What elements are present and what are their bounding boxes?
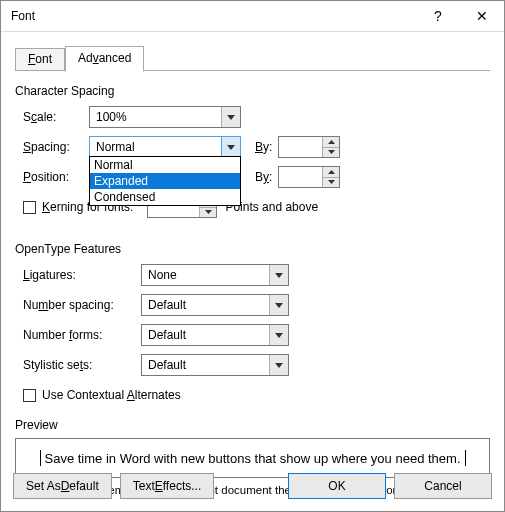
chevron-down-icon xyxy=(269,355,288,375)
group-title-preview: Preview xyxy=(15,418,490,432)
contextual-alternates-checkbox[interactable] xyxy=(23,389,36,402)
chevron-down-icon[interactable] xyxy=(323,178,339,188)
dialog-title: Font xyxy=(11,9,416,23)
chevron-down-icon xyxy=(221,107,240,127)
group-opentype: OpenType Features Ligatures: None Number… xyxy=(15,242,490,408)
position-label: Position: xyxy=(23,170,89,184)
chevron-up-icon[interactable] xyxy=(323,137,339,148)
stylistic-sets-label: Stylistic sets: xyxy=(23,358,141,372)
group-title-character-spacing: Character Spacing xyxy=(15,84,490,98)
spacing-combo[interactable]: Normal xyxy=(89,136,241,158)
chevron-down-icon xyxy=(269,295,288,315)
stylistic-sets-combo[interactable]: Default xyxy=(141,354,289,376)
set-default-button[interactable]: Set As Default xyxy=(13,473,112,499)
spacing-label: Spacing: xyxy=(23,140,89,154)
ligatures-value: None xyxy=(142,268,269,282)
ligatures-combo[interactable]: None xyxy=(141,264,289,286)
number-spacing-value: Default xyxy=(142,298,269,312)
chevron-down-icon xyxy=(269,325,288,345)
number-forms-label: Number forms: xyxy=(23,328,141,342)
spacing-value: Normal xyxy=(90,140,221,154)
scale-value: 100% xyxy=(90,110,221,124)
spinner-arrows xyxy=(322,137,339,157)
stylistic-sets-value: Default xyxy=(142,358,269,372)
ok-button[interactable]: OK xyxy=(288,473,386,499)
text-effects-button[interactable]: Text Effects... xyxy=(120,473,215,499)
chevron-down-icon xyxy=(269,265,288,285)
contextual-alternates-label: Use Contextual Alternates xyxy=(42,388,181,402)
help-icon: ? xyxy=(434,8,442,24)
spacing-by-spinner[interactable] xyxy=(278,136,340,158)
position-by-spinner[interactable] xyxy=(278,166,340,188)
number-spacing-combo[interactable]: Default xyxy=(141,294,289,316)
number-spacing-label: Number spacing: xyxy=(23,298,141,312)
spacing-option-expanded[interactable]: Expanded xyxy=(90,173,240,189)
spacing-by-label: By: xyxy=(255,140,272,154)
cancel-button[interactable]: Cancel xyxy=(394,473,492,499)
close-button[interactable]: ✕ xyxy=(460,1,504,31)
chevron-up-icon[interactable] xyxy=(323,167,339,178)
caret-icon xyxy=(465,450,466,466)
ligatures-label: Ligatures: xyxy=(23,268,141,282)
kerning-checkbox[interactable] xyxy=(23,201,36,214)
titlebar: Font ? ✕ xyxy=(1,1,504,32)
chevron-down-icon[interactable] xyxy=(323,148,339,158)
tabstrip: Font Advanced xyxy=(15,44,490,70)
preview-box: Save time in Word with new buttons that … xyxy=(15,438,490,478)
chevron-down-icon xyxy=(221,137,240,157)
scale-combo[interactable]: 100% xyxy=(89,106,241,128)
font-dialog: Font ? ✕ Font Advanced Character Spacing… xyxy=(0,0,505,512)
number-forms-value: Default xyxy=(142,328,269,342)
preview-text: Save time in Word with new buttons that … xyxy=(45,451,461,466)
spinner-arrows xyxy=(322,167,339,187)
close-icon: ✕ xyxy=(476,8,488,24)
spacing-option-condensed[interactable]: Condensed xyxy=(90,189,240,205)
position-by-label: By: xyxy=(255,170,272,184)
button-bar: Set As Default Text Effects... OK Cancel xyxy=(13,473,492,499)
tab-advanced[interactable]: Advanced xyxy=(65,46,144,72)
client-area: Font Advanced Character Spacing Scale: 1… xyxy=(1,32,504,496)
spacing-dropdown-list[interactable]: Normal Expanded Condensed xyxy=(89,156,241,206)
help-button[interactable]: ? xyxy=(416,1,460,31)
chevron-down-icon[interactable] xyxy=(200,208,216,218)
group-character-spacing: Character Spacing Scale: 100% Spacing: N… xyxy=(15,84,490,220)
group-title-opentype: OpenType Features xyxy=(15,242,490,256)
scale-label: Scale: xyxy=(23,110,89,124)
number-forms-combo[interactable]: Default xyxy=(141,324,289,346)
spacing-option-normal[interactable]: Normal xyxy=(90,157,240,173)
tab-font[interactable]: Font xyxy=(15,48,65,71)
caret-icon xyxy=(40,450,41,466)
